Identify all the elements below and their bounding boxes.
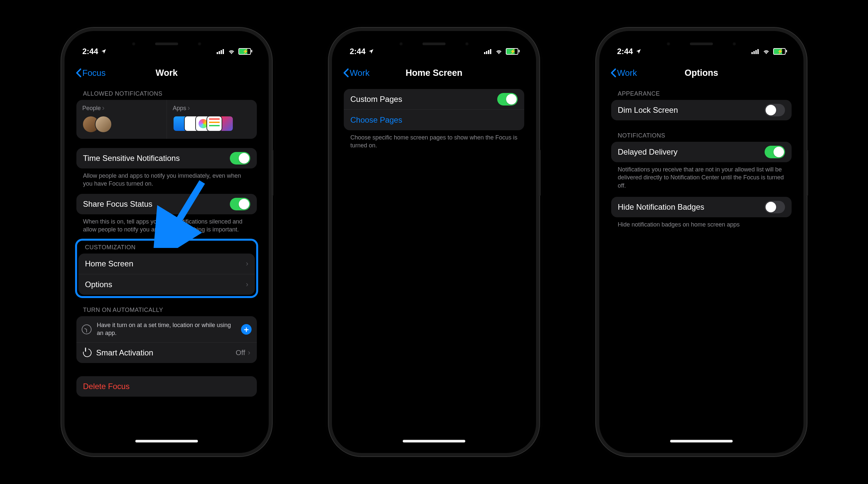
time-sensitive-footer: Allow people and apps to notify you imme…: [76, 169, 257, 188]
chevron-right-icon: ›: [246, 281, 248, 288]
nav-bar: Focus Work: [70, 61, 263, 84]
options-row[interactable]: Options ›: [79, 274, 255, 295]
svg-rect-8: [490, 49, 491, 54]
hide-badges-row[interactable]: Hide Notification Badges: [611, 197, 792, 217]
choose-pages-row[interactable]: Choose Pages: [344, 110, 524, 130]
wifi-icon: [763, 49, 770, 54]
share-status-label: Share Focus Status: [83, 199, 230, 209]
allowed-people[interactable]: People ›: [76, 100, 166, 139]
nav-title: Work: [70, 68, 263, 78]
svg-rect-3: [223, 49, 224, 54]
phone-home-screen: 2:44 ⚡ Work Home Screen: [332, 31, 536, 453]
hide-badges-footer: Hide notification badges on home screen …: [611, 217, 792, 228]
delayed-delivery-footer: Notifications you receive that are not i…: [611, 162, 792, 190]
share-status-toggle[interactable]: [230, 198, 250, 210]
phone-work-settings: 2:44 ⚡ Focus Work Allowed Notifications: [65, 31, 269, 453]
add-schedule-row[interactable]: Have it turn on at a set time, location …: [76, 316, 257, 342]
home-indicator[interactable]: [135, 440, 198, 443]
svg-rect-11: [755, 50, 757, 54]
notch: [391, 37, 477, 51]
share-status-row[interactable]: Share Focus Status: [76, 194, 257, 214]
battery-icon: ⚡: [506, 48, 518, 55]
delayed-delivery-row[interactable]: Delayed Delivery: [611, 142, 792, 162]
cellular-icon: [751, 49, 760, 54]
people-avatars: [82, 116, 161, 133]
nav-title: Home Screen: [338, 68, 530, 78]
add-schedule-button[interactable]: ＋: [241, 324, 252, 335]
svg-rect-10: [753, 51, 755, 54]
svg-rect-9: [751, 52, 753, 54]
app-reminders-icon: [207, 116, 222, 132]
customization-callout: Customization Home Screen › Options ›: [75, 239, 258, 298]
schedule-hint: Have it turn on at a set time, location …: [97, 321, 236, 337]
home-indicator[interactable]: [403, 440, 465, 443]
phone-options: 2:44 ⚡ Work Options Appearance: [599, 31, 803, 453]
app-icons: [173, 116, 251, 132]
status-time: 2:44: [82, 47, 98, 56]
section-appearance: Appearance: [611, 86, 792, 100]
clock-icon: [82, 324, 92, 334]
time-sensitive-row[interactable]: Time Sensitive Notifications: [76, 148, 257, 169]
delete-focus-row[interactable]: Delete Focus: [76, 376, 257, 397]
cellular-icon: [217, 49, 224, 54]
home-screen-label: Home Screen: [85, 259, 246, 268]
delayed-delivery-toggle[interactable]: [765, 146, 785, 158]
status-time: 2:44: [617, 47, 633, 56]
delayed-delivery-label: Delayed Delivery: [618, 147, 765, 156]
smart-activation-value: Off: [236, 348, 245, 357]
section-allowed: Allowed Notifications: [76, 86, 257, 100]
svg-rect-12: [757, 49, 759, 54]
wifi-icon: [495, 49, 502, 54]
svg-rect-7: [488, 50, 489, 54]
hide-badges-label: Hide Notification Badges: [618, 202, 765, 212]
smart-activation-row[interactable]: Smart Activation Off ›: [76, 342, 257, 363]
custom-pages-toggle[interactable]: [497, 93, 518, 106]
battery-icon: ⚡: [239, 48, 251, 55]
custom-pages-label: Custom Pages: [350, 95, 497, 104]
choose-pages-label: Choose Pages: [350, 115, 518, 125]
notch: [658, 37, 744, 51]
share-status-footer: When this is on, tell apps you have noti…: [76, 214, 257, 234]
allowed-apps[interactable]: Apps ›: [166, 100, 257, 139]
svg-rect-5: [484, 52, 485, 54]
allowed-notifications: People › Apps ›: [76, 100, 257, 139]
svg-rect-2: [221, 50, 222, 54]
hide-badges-toggle[interactable]: [765, 201, 785, 213]
custom-pages-row[interactable]: Custom Pages: [344, 89, 524, 110]
battery-icon: ⚡: [773, 48, 786, 55]
chevron-right-icon: ›: [246, 260, 248, 267]
dim-lock-label: Dim Lock Screen: [618, 106, 765, 115]
chevron-right-icon: ›: [248, 349, 250, 357]
section-customization: Customization: [79, 242, 255, 254]
chevron-right-icon: ›: [102, 105, 104, 112]
section-auto: Turn On Automatically: [76, 298, 257, 316]
home-indicator[interactable]: [670, 440, 733, 443]
options-label: Options: [85, 280, 246, 289]
location-icon: [636, 49, 642, 54]
section-notifications: Notifications: [611, 123, 792, 142]
nav-bar: Work Options: [605, 61, 798, 84]
allowed-apps-label: Apps: [173, 105, 186, 112]
svg-rect-1: [219, 51, 220, 54]
dim-lock-row[interactable]: Dim Lock Screen: [611, 100, 792, 120]
dim-lock-toggle[interactable]: [765, 104, 785, 116]
nav-title: Options: [605, 68, 798, 78]
avatar: [95, 116, 112, 133]
smart-activation-label: Smart Activation: [96, 348, 236, 358]
power-icon: [81, 347, 93, 359]
svg-rect-6: [486, 51, 487, 54]
location-icon: [368, 49, 374, 54]
time-sensitive-label: Time Sensitive Notifications: [83, 154, 230, 163]
custom-pages-footer: Choose specific home screen pages to sho…: [344, 130, 524, 150]
cellular-icon: [484, 49, 492, 54]
status-time: 2:44: [350, 47, 366, 56]
wifi-icon: [228, 49, 235, 54]
notch: [124, 37, 210, 51]
home-screen-row[interactable]: Home Screen ›: [79, 254, 255, 274]
nav-bar: Work Home Screen: [338, 61, 530, 84]
allowed-people-label: People: [82, 105, 101, 112]
svg-rect-0: [217, 52, 218, 54]
chevron-right-icon: ›: [188, 105, 190, 112]
time-sensitive-toggle[interactable]: [230, 152, 250, 165]
location-icon: [101, 49, 107, 54]
